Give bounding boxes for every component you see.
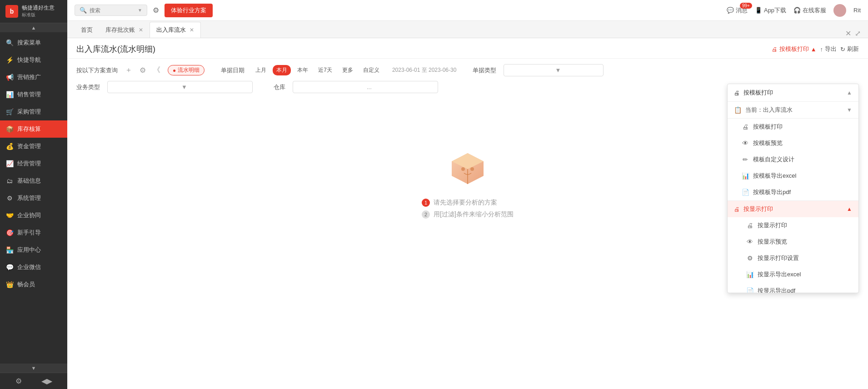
panel-current-chevron: ▼ [847, 107, 852, 113]
tab-flow[interactable]: 出入库流水 ✕ [150, 22, 201, 38]
sidebar-item-appstore[interactable]: 🏪 应用中心 [0, 241, 67, 259]
expand-window-icon[interactable]: ⤢ [855, 29, 861, 38]
sidebar-item-sales[interactable]: 📊 销售管理 [0, 86, 67, 103]
warehouse-label: 仓库 [274, 83, 285, 91]
customer-service-button[interactable]: 🎧 在线客服 [793, 6, 826, 15]
template-excel-icon: 📊 [741, 172, 749, 180]
sidebar-scroll-up[interactable]: ▲ [0, 23, 67, 32]
tab-home[interactable]: 首页 [75, 22, 99, 38]
filter-collapse-icon[interactable]: 《 [153, 65, 160, 75]
logo-icon: b [5, 5, 18, 18]
panel-current-item[interactable]: 📋 当前：出入库流水 ▼ [728, 102, 858, 119]
tab-batch-close[interactable]: ✕ [139, 27, 143, 33]
template-print-button[interactable]: 🖨 按模板打印 ▲ [772, 45, 817, 53]
template-pdf-icon: 📄 [741, 188, 749, 196]
tab-flow-close[interactable]: ✕ [190, 27, 194, 33]
sidebar-item-basic[interactable]: 🗂 基础信息 [0, 172, 67, 190]
sidebar-item-membership[interactable]: 👑 畅会员 [0, 276, 67, 293]
gear-icon[interactable]: ⚙ [153, 6, 159, 15]
sidebar-item-label-membership: 畅会员 [17, 280, 35, 289]
date-btn-本年[interactable]: 本年 [294, 65, 312, 75]
avatar[interactable] [833, 4, 846, 17]
panel-template-print[interactable]: 🖨 按模板打印 [728, 119, 858, 135]
settings-icon[interactable]: ⚙ [15, 377, 22, 385]
logo-title: 畅捷通好生意 [22, 5, 55, 12]
panel-display-pdf[interactable]: 📄 按显示导出pdf [728, 283, 858, 293]
display-section-icon: 🖨 [734, 206, 740, 213]
trial-button[interactable]: 体验行业方案 [165, 4, 213, 17]
sidebar-item-operation[interactable]: 📈 经营管理 [0, 155, 67, 172]
date-options-group: 上月本月本年近7天更多自定义 [252, 65, 383, 75]
svg-point-3 [461, 167, 465, 171]
filter-add-icon[interactable]: ＋ [125, 65, 132, 75]
panel-display-preview[interactable]: 👁 按显示预览 [728, 234, 858, 250]
display-section-chevron: ▲ [847, 206, 852, 212]
close-window-icon[interactable]: ✕ [845, 29, 851, 38]
panel-template-excel[interactable]: 📊 按模板导出excel [728, 168, 858, 184]
panel-scroll-area: 📋 当前：出入库流水 ▼ 🖨 按模板打印 👁 按模板预览 ✏ 模板自定义设计 [728, 102, 858, 293]
tab-flow-label: 出入库流水 [156, 26, 186, 34]
date-btn-自定义[interactable]: 自定义 [359, 65, 383, 75]
template-print-item-label: 按模板打印 [753, 123, 783, 131]
step-2-text: 用[过滤]条件来缩小分析范围 [434, 210, 514, 219]
template-excel-label: 按模板导出excel [753, 172, 796, 180]
panel-header-left: 🖨 按模板打印 [734, 89, 773, 97]
sidebar-item-label-finance: 资金管理 [17, 142, 41, 150]
appstore-nav-icon: 🏪 [5, 246, 14, 254]
filter-settings-icon[interactable]: ⚙ [140, 66, 146, 75]
quicknav-nav-icon: ⚡ [5, 56, 14, 64]
page-header: 出入库流水(流水明细) 🖨 按模板打印 ▲ ↑ 导出 ↻ 刷新 [67, 38, 868, 59]
voucher-type-dropdown[interactable]: ▼ [504, 64, 604, 76]
export-button[interactable]: ↑ 导出 [820, 45, 837, 53]
panel-display-excel[interactable]: 📊 按显示导出excel [728, 266, 858, 283]
collapse-icon[interactable]: ◀▶ [41, 377, 52, 385]
message-button[interactable]: 💬 消息 99+ [727, 6, 748, 15]
panel-collapse-icon[interactable]: ▲ [847, 90, 852, 96]
sidebar-item-label-appstore: 应用中心 [17, 246, 41, 254]
panel-display-settings[interactable]: ⚙ 按显示打印设置 [728, 250, 858, 266]
voucher-chevron-icon: ▼ [555, 67, 599, 74]
sidebar-item-wechat[interactable]: 💬 企业微信 [0, 259, 67, 276]
template-design-icon: ✏ [741, 155, 749, 164]
display-settings-icon: ⚙ [746, 254, 754, 262]
refresh-button[interactable]: ↻ 刷新 [840, 45, 859, 53]
header-search[interactable]: 🔍 ▼ [75, 5, 147, 16]
sidebar-item-guide[interactable]: 🎯 新手引导 [0, 224, 67, 241]
tab-batch[interactable]: 库存批次账 ✕ [99, 22, 150, 38]
search-nav-icon: 🔍 [5, 39, 14, 47]
date-btn-更多[interactable]: 更多 [339, 65, 357, 75]
date-btn-本月[interactable]: 本月 [273, 65, 291, 75]
date-btn-近7天[interactable]: 近7天 [314, 65, 336, 75]
sidebar-item-purchase[interactable]: 🛒 采购管理 [0, 103, 67, 120]
warehouse-more-icon[interactable]: ... [367, 84, 433, 90]
business-type-dropdown[interactable]: ▼ [107, 81, 253, 93]
sidebar-item-marketing[interactable]: 📢 营销推广 [0, 69, 67, 86]
sidebar-item-search[interactable]: 🔍 搜索菜单 [0, 34, 67, 51]
sidebar-item-finance[interactable]: 💰 资金管理 [0, 138, 67, 155]
panel-template-design[interactable]: ✏ 模板自定义设计 [728, 151, 858, 168]
panel-template-pdf[interactable]: 📄 按模板导出pdf [728, 184, 858, 200]
sidebar-item-inventory[interactable]: 📦 库存核算 [0, 120, 67, 138]
panel-display-header[interactable]: 🖨 按显示打印 ▲ [728, 201, 858, 217]
search-input[interactable] [90, 7, 135, 14]
panel-current-label: 当前：出入库流水 [745, 106, 793, 114]
display-pdf-icon: 📄 [746, 287, 754, 293]
logo-area: b 畅捷通好生意 标准版 [0, 0, 67, 23]
display-section-title: 按显示打印 [743, 205, 773, 213]
username-label: Rit [853, 7, 861, 14]
warehouse-dropdown[interactable]: ... [293, 81, 438, 93]
panel-template-preview[interactable]: 👁 按模板预览 [728, 135, 858, 151]
active-filter-tag[interactable]: ● 流水明细 [168, 65, 205, 75]
system-nav-icon: ⚙ [5, 194, 14, 202]
sidebar-item-label-search: 搜索菜单 [17, 39, 41, 47]
app-download-button[interactable]: 📱 App下载 [755, 6, 786, 15]
sidebar-item-system[interactable]: ⚙ 系统管理 [0, 190, 67, 207]
sidebar-item-label-purchase: 采购管理 [17, 108, 41, 116]
sidebar-item-quicknav[interactable]: ⚡ 快捷导航 [0, 51, 67, 69]
purchase-nav-icon: 🛒 [5, 108, 14, 116]
sidebar: b 畅捷通好生意 标准版 ▲ 🔍 搜索菜单 ⚡ 快捷导航 📢 营销推广 📊 销售… [0, 0, 67, 389]
date-btn-上月[interactable]: 上月 [252, 65, 270, 75]
sidebar-scroll-down[interactable]: ▼ [0, 364, 67, 373]
sidebar-item-collab[interactable]: 🤝 企业协同 [0, 207, 67, 224]
panel-display-print[interactable]: 🖨 按显示打印 [728, 217, 858, 234]
